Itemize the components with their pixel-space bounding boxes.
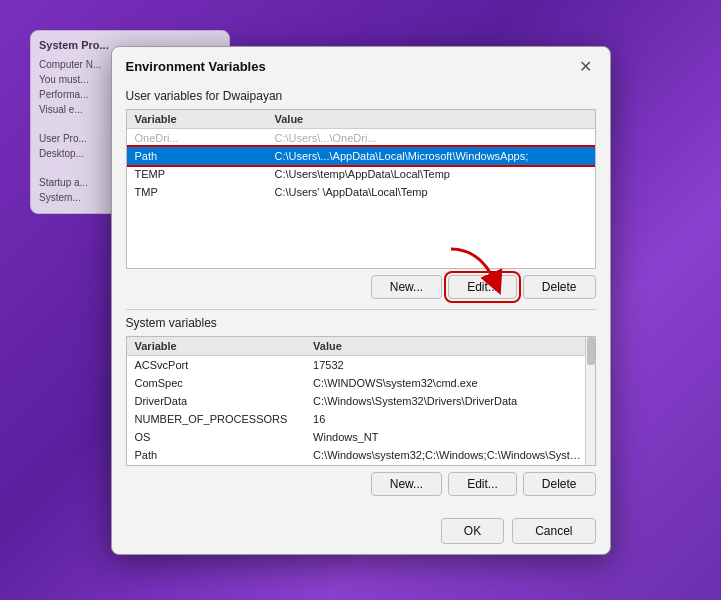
sys-row-value: .COM;.EXE;.BAT;.CMD;.VBS;.VBE;.JS;.JSE;.… — [305, 464, 594, 466]
sys-row-value: 17532 — [305, 355, 594, 374]
user-table-row[interactable]: OneDri...C:\Users\...\OneDri... — [127, 128, 595, 147]
close-button[interactable]: ✕ — [576, 57, 596, 77]
sys-row-variable: ComSpec — [127, 374, 306, 392]
user-row-variable: TEMP — [127, 165, 267, 183]
user-table-row[interactable]: PathC:\Users\...\AppData\Local\Microsoft… — [127, 147, 595, 165]
sys-table-row[interactable]: DriverDataC:\Windows\System32\Drivers\Dr… — [127, 392, 595, 410]
user-table-header-row: Variable Value — [127, 110, 595, 129]
scrollbar-thumb[interactable] — [587, 337, 595, 365]
sys-header-variable: Variable — [127, 337, 306, 356]
user-delete-button[interactable]: Delete — [523, 275, 596, 299]
system-edit-button[interactable]: Edit... — [448, 472, 517, 496]
system-new-button[interactable]: New... — [371, 472, 442, 496]
dialog-title: Environment Variables — [126, 59, 266, 74]
sys-row-variable: OS — [127, 428, 306, 446]
sys-row-value: C:\Windows\system32;C:\Windows;C:\Window… — [305, 446, 594, 464]
sys-row-value: C:\WINDOWS\system32\cmd.exe — [305, 374, 594, 392]
user-edit-button[interactable]: Edit... — [448, 275, 517, 299]
system-delete-button[interactable]: Delete — [523, 472, 596, 496]
header-variable: Variable — [127, 110, 267, 129]
header-value: Value — [267, 110, 595, 129]
sys-table-row[interactable]: ACSvcPort17532 — [127, 355, 595, 374]
sys-row-variable: DriverData — [127, 392, 306, 410]
sys-row-variable: Path — [127, 446, 306, 464]
sys-row-value: Windows_NT — [305, 428, 594, 446]
user-row-variable: OneDri... — [127, 128, 267, 147]
user-row-value: C:\Users\...\OneDri... — [267, 128, 595, 147]
cancel-button[interactable]: Cancel — [512, 518, 595, 544]
scrollbar-track[interactable] — [585, 337, 595, 465]
user-var-table: Variable Value OneDri...C:\Users\...\One… — [127, 110, 595, 201]
system-buttons-row: New... Edit... Delete — [126, 472, 596, 496]
dialog-content: User variables for Dwaipayan Variable Va… — [112, 89, 610, 510]
user-table-row[interactable]: TMPC:\Users' \AppData\Local\Temp — [127, 183, 595, 201]
sys-table-header-row: Variable Value — [127, 337, 595, 356]
sys-header-value: Value — [305, 337, 594, 356]
sys-row-variable: NUMBER_OF_PROCESSORS — [127, 410, 306, 428]
user-section-label: User variables for Dwaipayan — [126, 89, 596, 103]
user-row-value: C:\Users\temp\AppData\Local\Temp — [267, 165, 595, 183]
system-variables-table: Variable Value ACSvcPort17532ComSpecC:\W… — [126, 336, 596, 466]
sys-row-value: 16 — [305, 410, 594, 428]
environment-variables-dialog: Environment Variables ✕ User variables f… — [111, 46, 611, 555]
sys-table-row[interactable]: NUMBER_OF_PROCESSORS16 — [127, 410, 595, 428]
system-section-label: System variables — [126, 316, 596, 330]
dialog-titlebar: Environment Variables ✕ — [112, 47, 610, 85]
user-buttons-row: New... Edit... Delete — [126, 275, 596, 299]
user-row-variable: Path — [127, 147, 267, 165]
sys-table-row[interactable]: ComSpecC:\WINDOWS\system32\cmd.exe — [127, 374, 595, 392]
sys-table-row[interactable]: PathC:\Windows\system32;C:\Windows;C:\Wi… — [127, 446, 595, 464]
user-new-button[interactable]: New... — [371, 275, 442, 299]
sys-table-row[interactable]: PATHEXT.COM;.EXE;.BAT;.CMD;.VBS;.VBE;.JS… — [127, 464, 595, 466]
sys-table-row[interactable]: OSWindows_NT — [127, 428, 595, 446]
user-row-value: C:\Users\...\AppData\Local\Microsoft\Win… — [267, 147, 595, 165]
sys-row-value: C:\Windows\System32\Drivers\DriverData — [305, 392, 594, 410]
ok-button[interactable]: OK — [441, 518, 504, 544]
section-separator — [126, 309, 596, 310]
dialog-footer: OK Cancel — [112, 510, 610, 554]
sys-var-table: Variable Value ACSvcPort17532ComSpecC:\W… — [127, 337, 595, 466]
sys-row-variable: PATHEXT — [127, 464, 306, 466]
user-row-variable: TMP — [127, 183, 267, 201]
user-variables-table: Variable Value OneDri...C:\Users\...\One… — [126, 109, 596, 269]
sys-row-variable: ACSvcPort — [127, 355, 306, 374]
user-row-value: C:\Users' \AppData\Local\Temp — [267, 183, 595, 201]
dialog-overlay: Environment Variables ✕ User variables f… — [0, 0, 721, 600]
user-table-row[interactable]: TEMPC:\Users\temp\AppData\Local\Temp — [127, 165, 595, 183]
